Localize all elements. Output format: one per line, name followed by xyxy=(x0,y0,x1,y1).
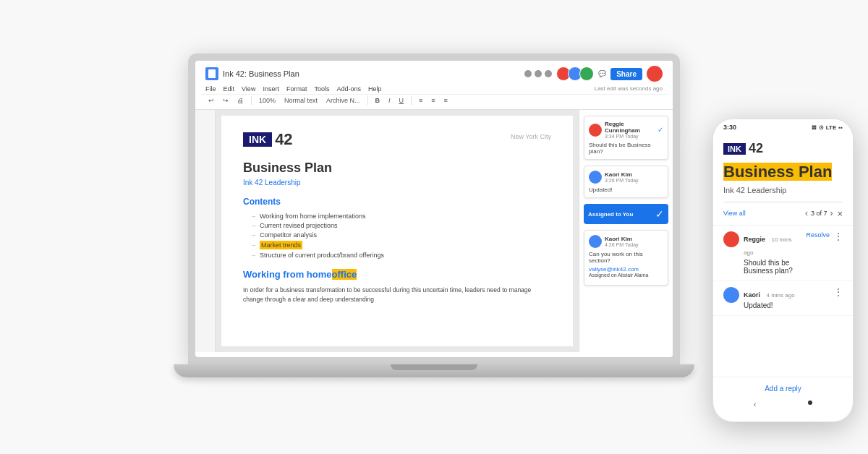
phone-comment-name-2: Kaori xyxy=(744,291,760,299)
menu-file[interactable]: File xyxy=(205,85,216,93)
comment-card-1: Reggie Cunningham 3:34 PM Today ✓ Should… xyxy=(584,116,668,160)
contents-heading: Contents xyxy=(243,197,551,207)
phone-logo-ink: INK xyxy=(723,143,746,155)
more-options-button-1[interactable]: ⋮ xyxy=(834,231,843,241)
phone-back-button[interactable]: ‹ xyxy=(754,401,756,408)
phone-comment-time-2: 4 mins ago xyxy=(766,292,794,299)
logo-ink: INK xyxy=(243,132,272,147)
laptop: Ink 42: Business Plan xyxy=(188,53,680,401)
align-center-button[interactable]: ≡ xyxy=(428,96,438,105)
laptop-screen: Ink 42: Business Plan xyxy=(188,53,680,364)
phone-comment-row-1: Reggie 10 mins ago Should this be Busine… xyxy=(723,231,843,275)
toolbar-icon-comment[interactable]: 💬 xyxy=(598,70,606,77)
docs-toolbar: Ink 42: Business Plan xyxy=(195,61,673,110)
phone-comment-2: Kaori 4 mins ago Updated! ⋮ xyxy=(713,281,853,316)
phone-doc-title-wrap: Business Plan xyxy=(723,162,843,183)
comment-name-1: Reggie Cunningham xyxy=(605,121,655,134)
next-comment-button[interactable]: › xyxy=(830,208,833,218)
phone-nav-bar: ‹ xyxy=(713,401,853,408)
doc-page: INK 42 New York City Business Plan Ink 4… xyxy=(216,110,579,352)
phone-avatar-kaori xyxy=(723,287,739,303)
close-comments-button[interactable]: × xyxy=(837,208,843,219)
doc-city: New York City xyxy=(511,133,551,140)
phone-logo-number: 42 xyxy=(749,141,763,156)
assigned-author: Kaori Kim xyxy=(605,236,639,242)
align-left-button[interactable]: ≡ xyxy=(416,96,425,105)
phone: 3:30 ⊠ ⊙ LTE ▪▪ INK 42 Business Plan Ink… xyxy=(712,119,854,422)
more-options-button-2[interactable]: ⋮ xyxy=(834,287,843,297)
comment-avatar-kaori xyxy=(589,171,602,184)
comment-avatar-reggie xyxy=(589,124,602,137)
doc-body-text: In order for a business transformation t… xyxy=(243,286,551,304)
comment-time-2: 3:26 PM Today xyxy=(605,178,639,183)
working-highlight: office xyxy=(332,269,357,280)
phone-comment-text-2: Updated! xyxy=(744,301,830,309)
phone-comment-header: View all ‹ 3 of 7 › × xyxy=(713,202,853,226)
view-all-link[interactable]: View all xyxy=(723,210,746,217)
bold-button[interactable]: B xyxy=(373,96,383,105)
style-select[interactable]: Normal text xyxy=(281,96,320,105)
phone-comment-name-1: Reggie xyxy=(744,236,765,243)
phone-comment-text-1: Should this be Business plan? xyxy=(744,259,801,275)
list-item-1: Working from home implementations xyxy=(250,213,551,220)
phone-comment-body-1: Reggie 10 mins ago Should this be Busine… xyxy=(744,231,801,275)
phone-doc-subtitle: Ink 42 Leadership xyxy=(723,186,843,194)
laptop-screen-inner: Ink 42: Business Plan xyxy=(195,61,673,357)
laptop-base xyxy=(174,364,694,377)
doc-content: INK 42 New York City Business Plan Ink 4… xyxy=(195,110,673,352)
share-button[interactable]: Share xyxy=(610,68,642,80)
comment-text-1: Should this be Business plan? xyxy=(589,142,663,155)
underline-button[interactable]: U xyxy=(396,96,407,105)
docs-title-text: Ink 42: Business Plan xyxy=(223,69,520,78)
last-edit-text: Last edit was seconds ago xyxy=(595,85,663,93)
undo-button[interactable]: ↩ xyxy=(205,96,217,105)
docs-title-icons xyxy=(524,70,552,77)
signal-icon: ⊙ xyxy=(819,124,824,131)
menu-view[interactable]: View xyxy=(242,85,255,93)
menu-help[interactable]: Help xyxy=(368,85,382,93)
align-right-button[interactable]: ≡ xyxy=(441,96,451,105)
battery-icon: ▪▪ xyxy=(838,124,843,131)
menu-format[interactable]: Format xyxy=(286,85,307,93)
assigned-check-icon: ✓ xyxy=(655,208,664,220)
doc-page-inner: INK 42 New York City Business Plan Ink 4… xyxy=(221,116,573,346)
comment-check-icon: ✓ xyxy=(658,126,663,134)
doc-logo: INK 42 xyxy=(243,130,293,149)
phone-status-icons: ⊠ ⊙ LTE ▪▪ xyxy=(812,124,843,131)
phone-avatar-reggie xyxy=(723,231,739,247)
add-reply-button[interactable]: Add a reply xyxy=(723,385,843,393)
assigned-email: vallyse@ink42.com xyxy=(589,266,663,273)
redo-button[interactable]: ↪ xyxy=(220,96,231,105)
assign-info: Assigned on Alistair Alama xyxy=(589,273,663,278)
italic-button[interactable]: I xyxy=(386,96,393,105)
comment-name-2: Kaori Kim xyxy=(605,171,639,178)
logo-number: 42 xyxy=(275,130,292,149)
zoom-select[interactable]: 100% xyxy=(256,96,278,105)
list-item-4: Market trends xyxy=(250,241,551,249)
doc-subtitle: Ink 42 Leadership xyxy=(243,179,551,187)
doc-header: INK 42 New York City xyxy=(243,130,551,149)
avatar-3 xyxy=(579,67,594,81)
comment-card-2: Kaori Kim 3:26 PM Today Updated! xyxy=(584,166,668,198)
print-button[interactable]: 🖨 xyxy=(234,96,247,105)
font-select[interactable]: Archive N... xyxy=(323,96,363,105)
comment-text-2: Updated! xyxy=(589,187,663,193)
doc-title: Business Plan xyxy=(243,160,551,176)
list-item-2: Current revised projections xyxy=(250,222,551,229)
comment-nav: ‹ 3 of 7 › xyxy=(805,208,833,218)
prev-comment-button[interactable]: ‹ xyxy=(805,208,808,218)
comment-header-1: Reggie Cunningham 3:34 PM Today ✓ xyxy=(589,121,663,139)
docs-format-bar: ↩ ↪ 🖨 100% Normal text Archive N... B I … xyxy=(201,94,667,106)
phone-doc-logo: INK 42 xyxy=(723,141,843,156)
lte-icon: LTE xyxy=(826,124,837,131)
resolve-button[interactable]: Resolve xyxy=(806,231,830,239)
contents-list: Working from home implementations Curren… xyxy=(243,213,551,259)
laptop-base-notch xyxy=(391,364,477,370)
phone-status-bar: 3:30 ⊠ ⊙ LTE ▪▪ xyxy=(713,119,853,134)
working-title: Working from homeoffice xyxy=(243,269,551,280)
assigned-label: Assigned to You xyxy=(588,211,633,218)
menu-addons[interactable]: Add-ons xyxy=(336,85,361,93)
menu-tools[interactable]: Tools xyxy=(314,85,329,93)
menu-insert[interactable]: Insert xyxy=(263,85,279,93)
menu-edit[interactable]: Edit xyxy=(224,85,235,93)
